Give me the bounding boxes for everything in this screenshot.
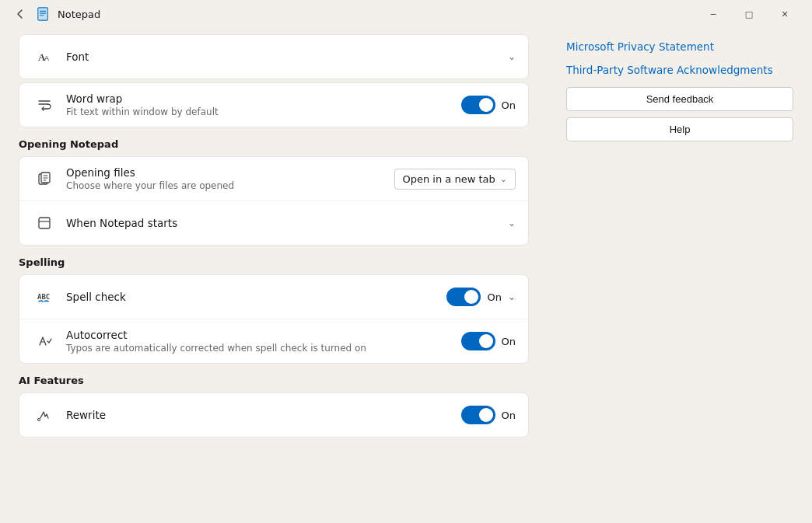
app-title: Notepad: [58, 9, 695, 20]
word-wrap-toggle[interactable]: [461, 96, 495, 114]
font-icon: A A: [32, 44, 57, 69]
autocorrect-row: Autocorrect Typos are automatically corr…: [19, 319, 528, 363]
close-button[interactable]: ✕: [767, 2, 803, 26]
svg-rect-14: [39, 218, 50, 228]
opening-notepad-card: Opening files Choose where your files ar…: [19, 156, 529, 246]
autocorrect-label: Autocorrect: [66, 329, 461, 341]
rewrite-state: On: [502, 410, 516, 421]
help-button[interactable]: Help: [566, 117, 793, 141]
word-wrap-label: Word wrap: [66, 92, 461, 105]
svg-text:ABC: ABC: [37, 293, 50, 301]
spell-check-state: On: [487, 291, 501, 303]
font-card: A A Font ⌄: [19, 34, 529, 79]
font-row[interactable]: A A Font ⌄: [19, 35, 528, 78]
third-party-link[interactable]: Third-Party Software Acknowledgments: [566, 64, 793, 76]
sidebar: Microsoft Privacy Statement Third-Party …: [548, 28, 812, 523]
when-notepad-starts-row[interactable]: When Notepad starts ⌄: [19, 200, 528, 245]
autocorrect-state: On: [502, 336, 516, 347]
when-notepad-expand-icon: ⌄: [508, 218, 516, 228]
ai-features-header: AI Features: [19, 375, 529, 386]
rewrite-label: Rewrite: [66, 409, 461, 421]
back-button[interactable]: [9, 3, 31, 25]
spell-check-icon: ABC: [32, 284, 57, 309]
spell-check-expand-icon: ⌄: [508, 291, 516, 302]
autocorrect-sublabel: Typos are automatically corrected when s…: [66, 343, 461, 354]
autocorrect-toggle[interactable]: [461, 332, 495, 350]
send-feedback-button[interactable]: Send feedback: [566, 87, 793, 111]
restore-button[interactable]: □: [731, 2, 767, 26]
privacy-link[interactable]: Microsoft Privacy Statement: [566, 40, 793, 53]
word-wrap-card: Word wrap Fit text within window by defa…: [19, 82, 529, 127]
font-expand-icon: ⌄: [508, 51, 516, 62]
spelling-header: Spelling: [19, 256, 529, 268]
opening-files-icon: [32, 166, 57, 191]
window-controls: ─ □ ✕: [695, 2, 803, 26]
app-icon: [36, 6, 51, 22]
word-wrap-row: Word wrap Fit text within window by defa…: [19, 83, 528, 127]
rewrite-toggle[interactable]: [461, 406, 495, 424]
svg-rect-0: [38, 8, 48, 20]
autocorrect-icon: [32, 329, 57, 354]
word-wrap-icon: [32, 92, 57, 117]
when-notepad-icon: [32, 211, 57, 235]
word-wrap-sublabel: Fit text within window by default: [66, 106, 461, 117]
opening-files-dropdown[interactable]: Open in a new tab ⌄: [394, 169, 516, 190]
minimize-button[interactable]: ─: [695, 2, 731, 26]
opening-notepad-header: Opening Notepad: [19, 138, 529, 150]
font-label: Font: [66, 51, 508, 63]
opening-files-label: Opening files: [66, 166, 394, 179]
spelling-card: ABC Spell check On ⌄: [19, 274, 529, 364]
svg-text:A: A: [44, 54, 49, 62]
rewrite-icon: [32, 403, 57, 427]
dropdown-value: Open in a new tab: [403, 173, 495, 185]
opening-files-sublabel: Choose where your files are opened: [66, 180, 394, 191]
rewrite-row: Rewrite On: [19, 393, 528, 437]
settings-content: A A Font ⌄: [0, 28, 548, 523]
when-notepad-starts-label: When Notepad starts: [66, 217, 508, 229]
ai-features-card: Rewrite On: [19, 392, 529, 438]
word-wrap-state: On: [502, 99, 516, 111]
opening-files-row: Opening files Choose where your files ar…: [19, 157, 528, 200]
spell-check-toggle[interactable]: [446, 288, 481, 306]
svg-point-18: [38, 419, 40, 421]
spell-check-label: Spell check: [66, 291, 446, 303]
titlebar: Notepad ─ □ ✕: [0, 0, 812, 28]
dropdown-chevron-icon: ⌄: [500, 174, 507, 184]
spell-check-row: ABC Spell check On ⌄: [19, 275, 528, 319]
main-layout: A A Font ⌄: [0, 28, 812, 523]
